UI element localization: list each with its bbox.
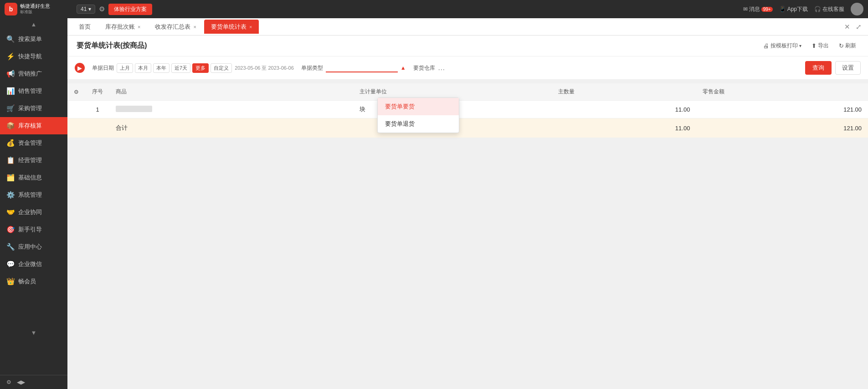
tab-库存批次账[interactable]: 库存批次账× bbox=[98, 20, 147, 34]
refresh-btn[interactable]: ↻ 刷新 bbox=[836, 40, 859, 51]
table-row: 1 块 11.00 121.00 bbox=[67, 101, 868, 118]
gear-icon[interactable]: ⚙ bbox=[99, 5, 105, 13]
filter-toggle-btn[interactable]: ▶ bbox=[75, 63, 85, 73]
tab-bar: 首页库存批次账×收发存汇总表×要货单统计表× ✕ ⤢ bbox=[67, 18, 868, 36]
phone-icon: 📱 bbox=[779, 6, 786, 12]
sidebar-item-营销推广[interactable]: 📢 营销推广 bbox=[0, 65, 67, 82]
app-name: 畅捷通好生意 bbox=[20, 3, 50, 9]
tab-label: 收发存汇总表 bbox=[155, 23, 190, 31]
app-logo-icon: b bbox=[5, 3, 17, 15]
sidebar-item-基础信息[interactable]: 🗂️ 基础信息 bbox=[0, 169, 67, 186]
data-table: ⚙ 序号 商品 主计量单位 主数量 零售金额 1 块 11.00 121.00 bbox=[67, 83, 868, 138]
total-quantity: 11.00 bbox=[552, 118, 696, 138]
sidebar-icon: 💬 bbox=[6, 260, 15, 268]
sidebar-item-销售管理[interactable]: 📊 销售管理 bbox=[0, 82, 67, 100]
tab-label: 首页 bbox=[79, 23, 91, 31]
sidebar-item-label: 经营管理 bbox=[18, 156, 42, 164]
sidebar-icon: 👑 bbox=[6, 277, 15, 286]
tab-收发存汇总表[interactable]: 收发存汇总表× bbox=[148, 20, 203, 34]
sidebar-item-label: 新手引导 bbox=[18, 225, 42, 234]
sidebar-item-采购管理[interactable]: 🛒 采购管理 bbox=[0, 100, 67, 117]
type-dropdown-chevron-up-icon[interactable]: ▲ bbox=[401, 65, 406, 71]
dropdown-item-要货单要货[interactable]: 要货单要货 bbox=[378, 98, 459, 115]
type-filter-group: 单据类型 ▲ bbox=[301, 63, 406, 72]
date-filter-label: 单据日期 bbox=[92, 64, 114, 72]
sidebar-item-搜索菜单[interactable]: 🔍 搜索菜单 bbox=[0, 31, 67, 48]
chevron-down-icon: ▾ bbox=[88, 6, 91, 12]
sidebar-item-应用中心[interactable]: 🔧 应用中心 bbox=[0, 238, 67, 256]
tab-close-icon[interactable]: × bbox=[138, 24, 140, 30]
tab-close-icon[interactable]: × bbox=[193, 24, 196, 30]
sidebar-item-资金管理[interactable]: 💰 资金管理 bbox=[0, 134, 67, 152]
total-amount: 121.00 bbox=[696, 118, 868, 138]
sidebar-item-label: 采购管理 bbox=[18, 104, 42, 113]
sidebar-item-label: 畅会员 bbox=[18, 277, 36, 286]
custom-date-btn[interactable]: 自定义 bbox=[211, 63, 232, 73]
tab-首页[interactable]: 首页 bbox=[72, 20, 98, 34]
sidebar-item-畅会员[interactable]: 👑 畅会员 bbox=[0, 273, 67, 290]
online-service-label: 在线客服 bbox=[822, 5, 844, 13]
sidebar-item-label: 资金管理 bbox=[18, 139, 42, 147]
type-filter-input[interactable] bbox=[326, 63, 398, 72]
sidebar-item-经营管理[interactable]: 📋 经营管理 bbox=[0, 152, 67, 169]
filter-settings-btn[interactable]: 设置 bbox=[835, 61, 861, 75]
more-dates-btn[interactable]: 更多 bbox=[192, 63, 209, 73]
print-icon: 🖨 bbox=[763, 42, 769, 49]
page-content: 要货单统计表(按商品) 🖨 按模板打印 ▾ ⬆ 导出 ↻ 刷新 bbox=[67, 36, 868, 389]
online-service-item[interactable]: 🎧 在线客服 bbox=[814, 5, 844, 13]
th-amount: 零售金额 bbox=[696, 83, 868, 101]
sidebar-item-新手引导[interactable]: 🎯 新手引导 bbox=[0, 221, 67, 238]
tab-expand-btn[interactable]: ⤢ bbox=[854, 22, 863, 32]
sidebar-item-库存核算[interactable]: 📦 库存核算 bbox=[0, 117, 67, 134]
tab-要货单统计表[interactable]: 要货单统计表× bbox=[204, 20, 259, 34]
row-product bbox=[109, 101, 353, 118]
prev-month-btn[interactable]: 上月 bbox=[117, 63, 133, 73]
main-layout: ▲ 🔍 搜索菜单 ⚡ 快捷导航 📢 营销推广 📊 销售管理 🛒 采购管理 📦 库… bbox=[0, 18, 868, 389]
current-year-btn[interactable]: 本年 bbox=[153, 63, 169, 73]
sidebar-icon: 🔍 bbox=[6, 35, 15, 43]
print-btn[interactable]: 🖨 按模板打印 ▾ bbox=[760, 40, 804, 51]
warehouse-more-icon[interactable]: … bbox=[438, 64, 445, 72]
app-download-item[interactable]: 📱 App下载 bbox=[779, 5, 808, 13]
industry-btn[interactable]: 体验行业方案 bbox=[108, 4, 152, 15]
sidebar-scroll-down[interactable]: ▼ bbox=[0, 327, 67, 339]
sidebar-icon: 🔧 bbox=[6, 243, 15, 251]
sidebar-item-企业微信[interactable]: 💬 企业微信 bbox=[0, 256, 67, 273]
user-avatar[interactable] bbox=[851, 3, 863, 15]
sidebar-collapse-icon[interactable]: ◀▶ bbox=[17, 379, 25, 385]
sidebar-icon: ⚡ bbox=[6, 52, 15, 61]
sidebar-item-企业协同[interactable]: 🤝 企业协同 bbox=[0, 204, 67, 221]
page-header: 要货单统计表(按商品) 🖨 按模板打印 ▾ ⬆ 导出 ↻ 刷新 bbox=[67, 36, 868, 56]
content-area: 首页库存批次账×收发存汇总表×要货单统计表× ✕ ⤢ 要货单统计表(按商品) 🖨… bbox=[67, 18, 868, 389]
export-icon: ⬆ bbox=[812, 42, 817, 49]
th-num: 序号 bbox=[86, 83, 109, 101]
settings-icon[interactable]: ⚙ bbox=[6, 379, 11, 385]
product-placeholder bbox=[116, 106, 152, 112]
sidebar-item-快捷导航[interactable]: ⚡ 快捷导航 bbox=[0, 48, 67, 65]
dropdown-item-要货单退货[interactable]: 要货单退货 bbox=[378, 115, 459, 133]
sidebar-item-系统管理[interactable]: ⚙️ 系统管理 bbox=[0, 186, 67, 204]
export-btn[interactable]: ⬆ 导出 bbox=[809, 40, 832, 51]
sidebar-scroll-up[interactable]: ▲ bbox=[0, 18, 67, 31]
refresh-label: 刷新 bbox=[845, 42, 856, 50]
sidebar: ▲ 🔍 搜索菜单 ⚡ 快捷导航 📢 营销推广 📊 销售管理 🛒 采购管理 📦 库… bbox=[0, 18, 67, 389]
top-header: b 畅捷通好生意 标准版 41 ▾ ⚙ 体验行业方案 ✉ 消息 99+ 📱 Ap… bbox=[0, 0, 868, 18]
chevron-down-icon: ▾ bbox=[799, 43, 801, 48]
query-btn[interactable]: 查询 bbox=[805, 61, 832, 75]
sidebar-item-label: 快捷导航 bbox=[18, 52, 42, 61]
th-settings: ⚙ bbox=[67, 83, 86, 101]
export-label: 导出 bbox=[818, 42, 829, 50]
sidebar-icon: 🗂️ bbox=[6, 174, 15, 182]
tab-close-icon[interactable]: × bbox=[249, 24, 252, 30]
last-7-days-btn[interactable]: 近7天 bbox=[171, 63, 190, 73]
store-name: 41 bbox=[81, 6, 87, 12]
store-selector[interactable]: 41 ▾ bbox=[77, 5, 95, 14]
tab-label: 要货单统计表 bbox=[211, 23, 247, 31]
refresh-icon: ↻ bbox=[839, 42, 844, 49]
sidebar-icon: 💰 bbox=[6, 139, 15, 147]
messages-item[interactable]: ✉ 消息 99+ bbox=[743, 5, 773, 13]
current-month-btn[interactable]: 本月 bbox=[135, 63, 151, 73]
tab-close-all-btn[interactable]: ✕ bbox=[842, 22, 852, 32]
th-quantity: 主数量 bbox=[552, 83, 696, 101]
filter-section: ▶ 单据日期 上月 本月 本年 近7天 更多 自定义 2023-05-06 至 … bbox=[67, 56, 868, 80]
